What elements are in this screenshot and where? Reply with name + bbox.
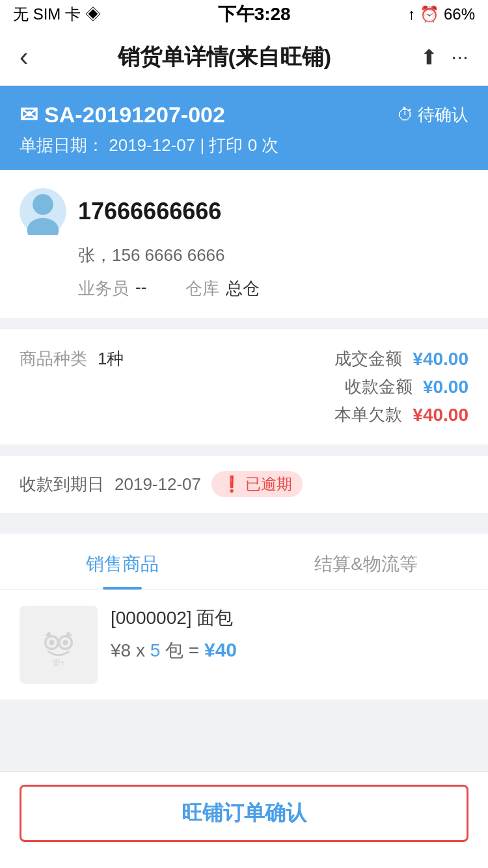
payment-amount-label: 收款金额 (345, 375, 413, 398)
product-title: 面包 (197, 608, 233, 628)
product-thumbnail: 管+ (20, 606, 98, 684)
status-bar: 无 SIM 卡 ◈ 下午3:28 ↑ ⏰ 66% (0, 0, 488, 29)
avatar (20, 188, 66, 235)
tab-settlement-label: 结算&物流等 (314, 554, 418, 574)
product-list: 管+ [0000002] 面包 ¥8 x 5 包 = ¥40 (0, 590, 488, 699)
unit: 包 (165, 640, 183, 660)
payment-amount-value: ¥0.00 (423, 377, 468, 398)
product-code: [0000002] (111, 608, 192, 628)
confirm-order-button[interactable]: 旺铺订单确认 (20, 785, 468, 842)
type-label: 商品种类 (20, 347, 87, 370)
type-value: 1种 (98, 347, 124, 370)
customer-card: 17666666666 张，156 6666 6666 业务员 -- 仓库 总仓 (0, 170, 488, 318)
svg-text:管+: 管+ (52, 658, 65, 668)
order-date: 单据日期： 2019-12-07 | 打印 0 次 (20, 134, 468, 157)
sales-meta: 业务员 -- (78, 277, 146, 300)
due-date-value: 2019-12-07 (115, 474, 201, 495)
product-type: 商品种类 1种 (20, 347, 124, 370)
overdue-badge: ❗ 已逾期 (211, 471, 303, 497)
tab-sales-products-label: 销售商品 (86, 554, 159, 574)
confirm-button-container: 旺铺订单确认 (0, 771, 488, 868)
sales-value: -- (135, 277, 146, 300)
page-title: 销货单详情(来自旺铺) (118, 42, 332, 72)
svg-point-4 (49, 640, 54, 645)
share-icon[interactable]: ⬆ (420, 45, 438, 70)
nav-left: ‹ (20, 42, 28, 72)
summary-card: 商品种类 1种 成交金额 ¥40.00 收款金额 ¥0.00 本单欠款 ¥40.… (0, 329, 488, 444)
svg-point-5 (62, 640, 68, 645)
due-date-card: 收款到期日 2019-12-07 ❗ 已逾期 (0, 455, 488, 513)
nav-right: ⬆ ··· (420, 45, 468, 70)
tab-sales-products[interactable]: 销售商品 (0, 534, 244, 590)
customer-phone: 17666666666 (78, 198, 221, 225)
tab-settlement[interactable]: 结算&物流等 (244, 534, 488, 590)
warehouse-meta: 仓库 总仓 (185, 277, 260, 300)
due-date-label: 收款到期日 (20, 473, 104, 496)
product-price-row: ¥8 x 5 包 = ¥40 (111, 638, 468, 663)
status-left: 无 SIM 卡 ◈ (13, 4, 101, 25)
overdue-icon: ❗ (222, 475, 241, 493)
customer-sub-info: 张，156 6666 6666 (20, 244, 468, 267)
total-price: ¥40 (204, 639, 237, 660)
battery-label: ↑ ⏰ 66% (408, 5, 475, 23)
debt-value: ¥40.00 (413, 405, 468, 426)
customer-meta: 业务员 -- 仓库 总仓 (20, 277, 468, 300)
table-row: 管+ [0000002] 面包 ¥8 x 5 包 = ¥40 (20, 606, 468, 684)
date-label: 单据日期： (20, 135, 104, 155)
amounts-section: 成交金额 ¥40.00 收款金额 ¥0.00 本单欠款 ¥40.00 (334, 347, 468, 426)
product-info: [0000002] 面包 ¥8 x 5 包 = ¥40 (111, 606, 468, 663)
divider3 (0, 523, 488, 534)
multiply-sign: x (136, 640, 150, 660)
order-status: ⏱ 待确认 (397, 103, 468, 126)
overdue-label: 已逾期 (245, 474, 292, 495)
payment-amount-row: 收款金额 ¥0.00 (345, 375, 468, 398)
equal-sign: = (189, 640, 204, 660)
sim-label: 无 SIM 卡 ◈ (13, 4, 101, 25)
svg-point-1 (27, 218, 59, 235)
back-button[interactable]: ‹ (20, 42, 28, 72)
product-name: [0000002] 面包 (111, 606, 468, 631)
status-time: 下午3:28 (218, 2, 291, 27)
deal-amount-value: ¥40.00 (413, 349, 468, 370)
sales-label: 业务员 (78, 277, 129, 300)
nav-bar: ‹ 销货单详情(来自旺铺) ⬆ ··· (0, 29, 488, 86)
debt-label: 本单欠款 (334, 403, 402, 426)
print-info: | 打印 0 次 (200, 135, 278, 155)
debt-amount-row: 本单欠款 ¥40.00 (334, 403, 468, 426)
date-value: 2019-12-07 (109, 135, 195, 155)
order-id-value: SA-20191207-002 (44, 102, 225, 128)
more-icon[interactable]: ··· (451, 45, 468, 69)
deal-amount-label: 成交金额 (334, 347, 402, 370)
customer-top: 17666666666 (20, 188, 468, 235)
status-right: ↑ ⏰ 66% (408, 5, 475, 23)
order-header: ✉ SA-20191207-002 ⏱ 待确认 单据日期： 2019-12-07… (0, 86, 488, 170)
status-clock-icon: ⏱ (397, 105, 414, 125)
order-id: ✉ SA-20191207-002 (20, 102, 225, 128)
warehouse-value: 总仓 (226, 277, 260, 300)
deal-amount-row: 成交金额 ¥40.00 (334, 347, 468, 370)
quantity: 5 (150, 640, 161, 660)
order-id-icon: ✉ (20, 102, 38, 128)
warehouse-label: 仓库 (185, 277, 219, 300)
confirm-button-label: 旺铺订单确认 (182, 799, 306, 828)
svg-point-0 (33, 194, 53, 215)
tabs-bar: 销售商品 结算&物流等 (0, 534, 488, 590)
order-id-row: ✉ SA-20191207-002 ⏱ 待确认 (20, 102, 468, 128)
product-thumb-icon: 管+ (36, 622, 81, 668)
unit-price: ¥8 (111, 640, 131, 660)
status-label: 待确认 (418, 103, 468, 126)
